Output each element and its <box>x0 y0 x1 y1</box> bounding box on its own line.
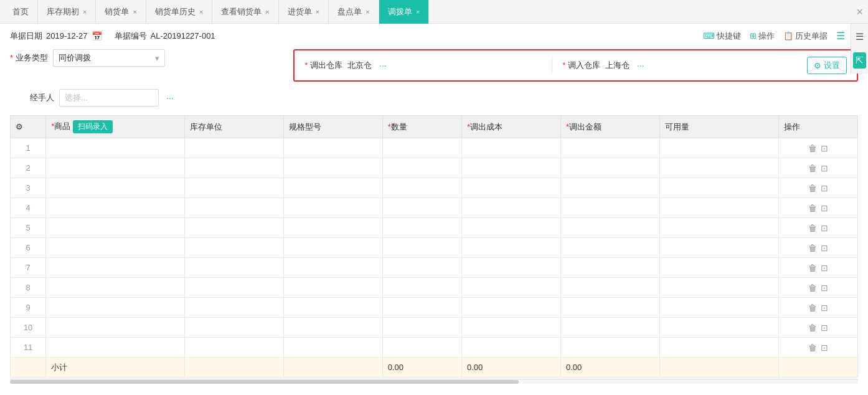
table-gear-icon[interactable]: ⚙ <box>16 122 23 131</box>
warehouse-out-more-icon[interactable]: ··· <box>379 60 387 70</box>
sidebar-list-icon[interactable]: ☰ <box>853 29 866 45</box>
row-product[interactable] <box>46 198 185 218</box>
scrollbar-thumb[interactable] <box>10 380 519 384</box>
row-unit[interactable] <box>184 318 283 338</box>
delete-icon[interactable]: 🗑 <box>808 283 817 293</box>
row-product[interactable] <box>46 278 185 298</box>
row-amount[interactable] <box>560 138 659 158</box>
delete-icon[interactable]: 🗑 <box>808 223 817 233</box>
row-amount[interactable] <box>560 258 659 278</box>
copy-icon[interactable]: ⊡ <box>821 163 828 173</box>
row-product[interactable] <box>46 318 185 338</box>
row-unit[interactable] <box>184 158 283 178</box>
copy-icon[interactable]: ⊡ <box>821 263 828 273</box>
row-product[interactable] <box>46 258 185 278</box>
row-spec[interactable] <box>283 178 382 198</box>
row-qty[interactable] <box>382 238 461 258</box>
row-product[interactable] <box>46 298 185 318</box>
tab-sales-order[interactable]: 销货单 × <box>96 0 146 24</box>
row-product[interactable] <box>46 158 185 178</box>
tab-purchase[interactable]: 进货单 × <box>279 0 329 24</box>
copy-icon[interactable]: ⊡ <box>821 323 828 333</box>
row-qty[interactable] <box>382 258 461 278</box>
copy-icon[interactable]: ⊡ <box>821 203 828 213</box>
delete-icon[interactable]: 🗑 <box>808 203 817 213</box>
row-cost[interactable] <box>461 138 560 158</box>
row-qty[interactable] <box>382 138 461 158</box>
row-product[interactable] <box>46 178 185 198</box>
copy-icon[interactable]: ⊡ <box>821 343 828 353</box>
row-amount[interactable] <box>560 278 659 298</box>
settings-button[interactable]: ⚙ 设置 <box>807 57 847 74</box>
row-cost[interactable] <box>461 298 560 318</box>
row-unit[interactable] <box>184 238 283 258</box>
row-unit[interactable] <box>184 278 283 298</box>
row-amount[interactable] <box>560 238 659 258</box>
delete-icon[interactable]: 🗑 <box>808 303 817 313</box>
tab-close-view-sales[interactable]: × <box>265 8 269 16</box>
tab-close-sales-history[interactable]: × <box>199 8 203 16</box>
delete-icon[interactable]: 🗑 <box>808 343 817 353</box>
row-spec[interactable] <box>283 238 382 258</box>
history-btn[interactable]: 📋 历史单据 <box>783 31 828 42</box>
tab-stock-init[interactable]: 库存期初 × <box>38 0 96 24</box>
warehouse-in-more-icon[interactable]: ··· <box>637 60 644 70</box>
row-spec[interactable] <box>283 218 382 238</box>
business-type-select[interactable]: 同价调拨 ▾ <box>53 49 165 67</box>
row-cost[interactable] <box>461 258 560 278</box>
row-product[interactable] <box>46 338 185 358</box>
row-amount[interactable] <box>560 178 659 198</box>
row-qty[interactable] <box>382 298 461 318</box>
sidebar-external-icon[interactable]: ⇱ <box>853 52 866 69</box>
row-cost[interactable] <box>461 338 560 358</box>
row-unit[interactable] <box>184 138 283 158</box>
row-qty[interactable] <box>382 198 461 218</box>
row-cost[interactable] <box>461 218 560 238</box>
row-spec[interactable] <box>283 258 382 278</box>
operations-btn[interactable]: ⊞ 操作 <box>750 31 775 42</box>
row-amount[interactable] <box>560 198 659 218</box>
horizontal-scrollbar[interactable] <box>10 379 858 384</box>
copy-icon[interactable]: ⊡ <box>821 303 828 313</box>
row-qty[interactable] <box>382 278 461 298</box>
row-unit[interactable] <box>184 298 283 318</box>
tab-stocktake[interactable]: 盘点单 × <box>329 0 379 24</box>
row-spec[interactable] <box>283 198 382 218</box>
tab-home[interactable]: 首页 <box>5 0 38 24</box>
handler-select[interactable]: 选择... <box>59 89 159 107</box>
row-spec[interactable] <box>283 158 382 178</box>
row-unit[interactable] <box>184 258 283 278</box>
row-cost[interactable] <box>461 178 560 198</box>
tab-close-stock-init[interactable]: × <box>83 8 87 16</box>
handler-more-icon[interactable]: ··· <box>166 93 174 103</box>
th-gear[interactable]: ⚙ <box>11 116 46 138</box>
row-product[interactable] <box>46 218 185 238</box>
tab-close-purchase[interactable]: × <box>316 8 319 16</box>
row-spec[interactable] <box>283 138 382 158</box>
row-cost[interactable] <box>461 198 560 218</box>
layout-list-icon[interactable]: ☰ <box>836 30 845 42</box>
scan-input-btn[interactable]: 扫码录入 <box>73 120 113 133</box>
copy-icon[interactable]: ⊡ <box>821 283 828 293</box>
row-qty[interactable] <box>382 178 461 198</box>
tab-transfer[interactable]: 调拨单 × <box>379 0 429 24</box>
delete-icon[interactable]: 🗑 <box>808 163 817 173</box>
row-spec[interactable] <box>283 338 382 358</box>
tab-close-sales-order[interactable]: × <box>133 8 136 16</box>
row-unit[interactable] <box>184 338 283 358</box>
row-qty[interactable] <box>382 158 461 178</box>
tab-close-stocktake[interactable]: × <box>366 8 369 16</box>
row-unit[interactable] <box>184 198 283 218</box>
row-cost[interactable] <box>461 158 560 178</box>
shortcuts-btn[interactable]: ⌨ 快捷键 <box>703 31 741 42</box>
delete-icon[interactable]: 🗑 <box>808 183 817 193</box>
row-cost[interactable] <box>461 318 560 338</box>
tab-sales-history[interactable]: 销货单历史 × <box>146 0 212 24</box>
delete-icon[interactable]: 🗑 <box>808 243 817 253</box>
tab-view-sales[interactable]: 查看销货单 × <box>212 0 278 24</box>
row-cost[interactable] <box>461 278 560 298</box>
row-amount[interactable] <box>560 158 659 178</box>
delete-icon[interactable]: 🗑 <box>808 323 817 333</box>
row-product[interactable] <box>46 138 185 158</box>
row-cost[interactable] <box>461 238 560 258</box>
